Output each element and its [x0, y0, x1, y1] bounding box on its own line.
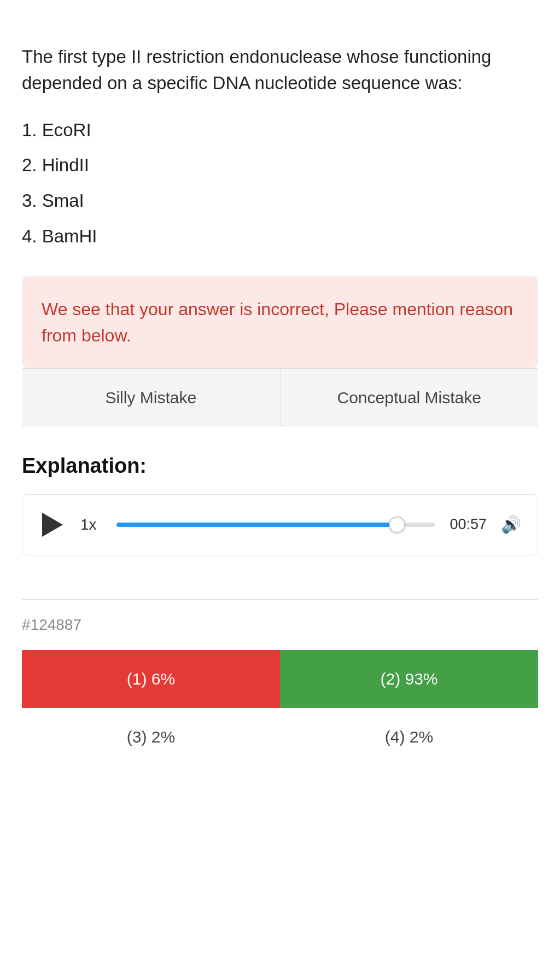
stat-2-text: (2) 93% [380, 670, 438, 688]
time-label: 00:57 [450, 516, 487, 533]
option-4: 4. BamHI [22, 219, 538, 254]
explanation-title: Explanation: [22, 454, 538, 478]
stat-cell-4: (4) 2% [280, 708, 538, 766]
stat-1-text: (1) 6% [127, 670, 175, 688]
option-3-label: 3. SmaI [22, 190, 84, 211]
divider [22, 599, 538, 600]
mistake-buttons: Silly Mistake Conceptual Mistake [22, 368, 538, 427]
conceptual-mistake-button[interactable]: Conceptual Mistake [281, 369, 539, 427]
option-1-label: 1. EcoRI [22, 120, 91, 140]
option-2-label: 2. HindII [22, 155, 89, 175]
question-section: The first type II restriction endonuclea… [22, 33, 538, 276]
stat-3-text: (3) 2% [127, 728, 175, 746]
explanation-section: Explanation: 1x 00:57 🔊 [22, 427, 538, 594]
silly-mistake-button[interactable]: Silly Mistake [22, 369, 281, 427]
progress-bar[interactable] [116, 523, 435, 527]
progress-fill [116, 523, 397, 527]
stat-cell-1: (1) 6% [22, 650, 280, 708]
page-wrapper: The first type II restriction endonuclea… [0, 0, 560, 980]
stat-cell-3: (3) 2% [22, 708, 280, 766]
stat-cell-2: (2) 93% [280, 650, 538, 708]
question-id: #124887 [22, 616, 538, 634]
volume-icon[interactable]: 🔊 [501, 515, 521, 534]
incorrect-banner: We see that your answer is incorrect, Pl… [22, 276, 538, 368]
options-list: 1. EcoRI 2. HindII 3. SmaI 4. BamHI [22, 113, 538, 254]
option-3: 3. SmaI [22, 183, 538, 219]
incorrect-banner-text: We see that your answer is incorrect, Pl… [42, 296, 518, 349]
progress-thumb [389, 517, 405, 533]
stat-4-text: (4) 2% [385, 728, 433, 746]
play-icon [42, 513, 63, 537]
audio-player: 1x 00:57 🔊 [22, 494, 538, 555]
option-4-label: 4. BamHI [22, 226, 97, 246]
option-1: 1. EcoRI [22, 113, 538, 148]
option-2: 2. HindII [22, 148, 538, 183]
stats-grid: (1) 6% (2) 93% (3) 2% (4) 2% [22, 650, 538, 766]
speed-label: 1x [80, 516, 102, 534]
question-text: The first type II restriction endonuclea… [22, 44, 538, 96]
play-button[interactable] [39, 511, 66, 538]
